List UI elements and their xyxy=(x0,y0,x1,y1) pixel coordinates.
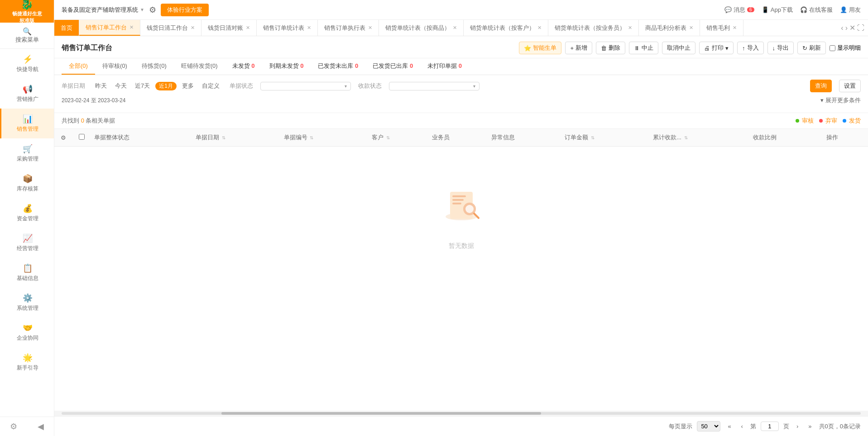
page-first-icon[interactable]: « xyxy=(725,422,734,431)
message-item[interactable]: 💬 消息 6 xyxy=(724,6,754,14)
collapse-icon[interactable]: ◀ xyxy=(38,422,44,431)
subtab-not-printed[interactable]: 未打印单据 0 xyxy=(420,58,469,75)
experience-btn[interactable]: 体验行业方案 xyxy=(161,4,209,16)
export-btn[interactable]: ↓ 导出 xyxy=(767,42,794,54)
svg-rect-4 xyxy=(452,203,461,204)
tab-sales-stat[interactable]: 销售订单统计表 ✕ xyxy=(257,20,318,36)
sidebar-item-marketing[interactable]: 📢 营销推广 xyxy=(0,79,54,109)
tab-product-margin[interactable]: 商品毛利分析表 ✕ xyxy=(639,20,700,36)
close-icon[interactable]: ✕ xyxy=(733,25,737,31)
subtab-shipped-out[interactable]: 已发货已出库 0 xyxy=(365,58,420,75)
print-btn[interactable]: 🖨 打印 ▾ xyxy=(699,42,734,54)
settings-filter-btn[interactable]: 设置 xyxy=(839,80,861,92)
sidebar-item-operation[interactable]: 📈 经营管理 xyxy=(0,228,54,258)
tab-sales-profit[interactable]: 销售毛利 ✕ xyxy=(700,20,743,36)
sidebar-item-finance[interactable]: 💰 资金管理 xyxy=(0,198,54,228)
system-title-dropdown[interactable]: 装备及固定资产辅助管理系统 ▼ xyxy=(62,6,144,14)
tab-sales-stat-product[interactable]: 销货单统计表（按商品） ✕ xyxy=(379,20,464,36)
app-download-item[interactable]: 📱 App下载 xyxy=(762,6,793,14)
tab-sales-stat-customer[interactable]: 销货单统计表（按客户） ✕ xyxy=(464,20,548,36)
date-btn-7days[interactable]: 近7天 xyxy=(132,81,153,91)
tab-next-icon[interactable]: › xyxy=(845,24,848,32)
page-input[interactable] xyxy=(761,422,779,431)
subtab-overdue[interactable]: 到期未发货 0 xyxy=(262,58,311,75)
subtab-pending-review[interactable]: 待审核(0) xyxy=(95,58,134,75)
ship-action[interactable]: 发货 xyxy=(843,117,861,125)
th-status: 单据整体状态 xyxy=(91,129,192,147)
close-icon[interactable]: ✕ xyxy=(307,25,311,31)
th-date[interactable]: 单据日期 ⇅ xyxy=(192,129,280,147)
search-btn[interactable]: 查询 xyxy=(810,80,832,92)
sidebar-item-sales[interactable]: 📊 销售管理 xyxy=(0,109,54,138)
expand-filter-btn[interactable]: ▾ 展开更多条件 xyxy=(820,96,861,104)
horizontal-scrollbar[interactable] xyxy=(54,411,868,416)
tab-expand-icon[interactable]: ⛶ xyxy=(857,24,864,32)
sidebar-item-search[interactable]: 🔍 搜索菜单 xyxy=(0,23,54,49)
delete-btn[interactable]: 🗑 删除 xyxy=(596,42,625,54)
cancel-stop-btn[interactable]: 取消中止 xyxy=(662,42,695,54)
stop-btn[interactable]: ⏸ 中止 xyxy=(629,42,658,54)
tab-cash-reconcile[interactable]: 钱货日清对账 ✕ xyxy=(201,20,257,36)
subtab-all[interactable]: 全部(0) xyxy=(62,58,95,75)
date-btn-yesterday[interactable]: 昨天 xyxy=(92,81,110,91)
cancel-audit-action[interactable]: 弃审 xyxy=(819,117,837,125)
online-service-item[interactable]: 🎧 在线客服 xyxy=(800,6,833,14)
sidebar-item-quick[interactable]: ⚡ 快捷导航 xyxy=(0,49,54,79)
subtab-shipped-not-in[interactable]: 已发货未出库 0 xyxy=(311,58,365,75)
refresh-btn[interactable]: ↻ 刷新 xyxy=(797,42,826,54)
close-icon[interactable]: ✕ xyxy=(453,25,457,31)
page-last-icon[interactable]: » xyxy=(806,422,814,431)
sidebar-item-coop[interactable]: 🤝 企业协同 xyxy=(0,318,54,347)
close-icon[interactable]: ✕ xyxy=(129,24,134,30)
tab-cash-daily[interactable]: 钱货日清工作台 ✕ xyxy=(140,20,201,36)
th-amount[interactable]: 订单金额 ⇅ xyxy=(561,129,649,147)
sidebar-item-guide[interactable]: 🌟 新手引导 xyxy=(0,347,54,377)
smart-create-btn[interactable]: ⭐ 智能生单 xyxy=(519,42,561,54)
sidebar-item-basic[interactable]: 📋 基础信息 xyxy=(0,258,54,288)
close-icon[interactable]: ✕ xyxy=(689,25,693,31)
settings-icon[interactable]: ⚙ xyxy=(10,422,17,431)
add-btn[interactable]: + 新增 xyxy=(565,42,592,54)
tab-sales-stat-salesman[interactable]: 销货单统计表（按业务员） ✕ xyxy=(548,20,639,36)
th-collected[interactable]: 累计收款... ⇅ xyxy=(649,129,749,147)
tab-prev-icon[interactable]: ‹ xyxy=(841,24,843,32)
subtab-not-shipped[interactable]: 未发货 0 xyxy=(225,58,262,75)
tab-close-all-icon[interactable]: ✕ xyxy=(849,24,855,32)
sidebar-item-purchase[interactable]: 🛒 采购管理 xyxy=(0,138,54,168)
subtab-pending-delivery[interactable]: 待拣货(0) xyxy=(134,58,174,75)
sidebar-bottom: ⚙ ◀ xyxy=(0,417,54,436)
date-btn-more[interactable]: 更多 xyxy=(179,81,197,91)
page-actions: ⭐ 智能生单 + 新增 🗑 删除 ⏸ 中止 取消中止 xyxy=(519,42,861,54)
th-settings[interactable]: ⚙ xyxy=(54,129,72,147)
user-item[interactable]: 👤 用友 xyxy=(840,6,861,14)
audit-action[interactable]: 审核 xyxy=(796,117,814,125)
payment-filter-select[interactable]: ▾ xyxy=(389,82,480,90)
date-btn-1month[interactable]: 近1月 xyxy=(155,82,177,90)
scrollbar-thumb[interactable] xyxy=(221,412,541,415)
import-btn[interactable]: ↑ 导入 xyxy=(737,42,764,54)
show-detail-checkbox[interactable] xyxy=(830,45,835,51)
select-all-checkbox[interactable] xyxy=(79,134,85,140)
tab-sales-workbench[interactable]: 销售订单工作台 ✕ xyxy=(79,20,140,36)
close-icon[interactable]: ✕ xyxy=(246,25,250,31)
sidebar-item-system[interactable]: ⚙️ 系统管理 xyxy=(0,288,54,318)
topbar-settings-icon[interactable]: ⚙ xyxy=(149,5,156,15)
date-btn-today[interactable]: 今天 xyxy=(112,81,129,91)
page-prev-icon[interactable]: ‹ xyxy=(739,422,746,431)
date-btn-custom[interactable]: 自定义 xyxy=(199,81,222,91)
show-detail-label[interactable]: 显示明细 xyxy=(830,44,861,52)
close-icon[interactable]: ✕ xyxy=(368,25,372,31)
page-size-select[interactable]: 50 10 20 100 xyxy=(697,421,720,431)
status-filter-select[interactable]: ▾ xyxy=(260,82,351,90)
sidebar-item-inventory[interactable]: 📦 库存核算 xyxy=(0,168,54,198)
page-next-icon[interactable]: › xyxy=(794,422,801,431)
close-icon[interactable]: ✕ xyxy=(628,25,632,31)
th-number[interactable]: 单据编号 ⇅ xyxy=(280,129,369,147)
close-icon[interactable]: ✕ xyxy=(191,25,195,31)
th-customer[interactable]: 客户 ⇅ xyxy=(368,129,428,147)
tab-home[interactable]: 首页 xyxy=(54,20,79,36)
subtab-wangpu[interactable]: 旺铺待发货(0) xyxy=(174,58,225,75)
close-icon[interactable]: ✕ xyxy=(537,25,542,31)
tab-sales-exec[interactable]: 销售订单执行表 ✕ xyxy=(318,20,379,36)
th-checkbox[interactable] xyxy=(72,129,91,147)
